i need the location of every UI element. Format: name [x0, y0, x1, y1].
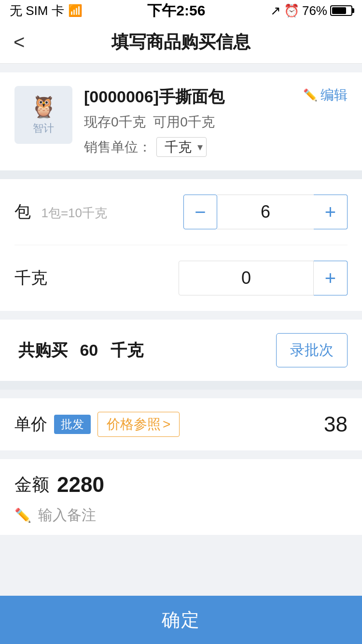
total-section: 共购买 60 千克 录批次 [0, 320, 362, 381]
page-title: 填写商品购买信息 [111, 30, 251, 54]
price-left: 单价 批发 价格参照 > [14, 412, 180, 437]
qty-label-bao: 包 1包=10千克 [14, 201, 183, 223]
product-thumbnail: 🦉 智计 [14, 86, 72, 144]
qty-increase-bao[interactable]: + [314, 195, 348, 229]
divider-1 [0, 170, 362, 179]
qty-controls-kg: + [179, 261, 348, 295]
battery-icon [330, 5, 352, 16]
back-button[interactable]: < [14, 31, 25, 53]
price-ref-arrow: > [163, 417, 170, 432]
price-ref-label: 价格参照 [107, 415, 161, 434]
total-text: 共购买 60 千克 [14, 339, 147, 362]
price-ref-button[interactable]: 价格参照 > [97, 412, 180, 437]
qty-label-kg: 千克 [14, 267, 179, 289]
qty-hint-bao: 1包=10千克 [41, 206, 107, 220]
edit-label: 编辑 [320, 86, 348, 104]
product-card: 🦉 智计 [0000006]手撕面包 现存0千克 可用0千克 销售单位： 千克 … [0, 72, 362, 170]
divider-2 [0, 381, 362, 390]
nav-bar: < 填写商品购买信息 [0, 21, 362, 64]
price-section: 单价 批发 价格参照 > 38 [0, 398, 362, 450]
qty-decrease-bao[interactable]: − [183, 195, 217, 229]
amount-section: 金额 2280 ✏️ 输入备注 [0, 459, 362, 535]
qty-controls-bao: − + [183, 195, 348, 229]
product-logo-icon: 🦉 [30, 94, 57, 119]
unit-select-wrap[interactable]: 千克 [156, 137, 207, 157]
status-time: 下午2:56 [147, 1, 205, 21]
quantity-section: 包 1包=10千克 − + 千克 + [0, 179, 362, 311]
qty-row-bao: 包 1包=10千克 − + [14, 179, 348, 245]
price-tag: 批发 [54, 415, 91, 434]
footer[interactable]: 确定 [0, 596, 362, 644]
edit-button[interactable]: ✏️ 编辑 [303, 86, 348, 104]
location-icon: ↗ [270, 3, 281, 18]
edit-icon: ✏️ [303, 88, 318, 102]
amount-label: 金额 [14, 473, 49, 497]
batch-button[interactable]: 录批次 [276, 333, 348, 367]
pencil-icon: ✏️ [14, 507, 31, 523]
amount-value: 2280 [57, 473, 104, 497]
alarm-icon: ⏰ [284, 3, 299, 18]
note-row[interactable]: ✏️ 输入备注 [14, 505, 348, 525]
qty-input-bao[interactable] [217, 195, 314, 229]
status-bar: 无 SIM 卡 📶 下午2:56 ↗ ⏰ 76% [0, 0, 362, 21]
qty-increase-kg[interactable]: + [314, 261, 348, 295]
product-stock: 现存0千克 可用0千克 [84, 113, 348, 131]
status-left: 无 SIM 卡 📶 [10, 2, 83, 19]
unit-select[interactable]: 千克 [156, 137, 207, 157]
price-label: 单价 [14, 413, 47, 435]
battery-percent: 76% [302, 3, 327, 18]
price-value: 38 [324, 412, 348, 436]
qty-input-kg[interactable] [179, 261, 314, 295]
amount-row: 金额 2280 [14, 473, 348, 497]
product-logo-label: 智计 [33, 121, 54, 136]
note-placeholder: 输入备注 [38, 505, 96, 525]
qty-row-kg: 千克 + [14, 245, 348, 311]
status-right: ↗ ⏰ 76% [270, 3, 352, 18]
carrier-text: 无 SIM 卡 [10, 2, 64, 19]
product-unit-row: 销售单位： 千克 [84, 137, 348, 157]
confirm-button[interactable]: 确定 [162, 608, 200, 632]
wifi-icon: 📶 [68, 4, 83, 17]
